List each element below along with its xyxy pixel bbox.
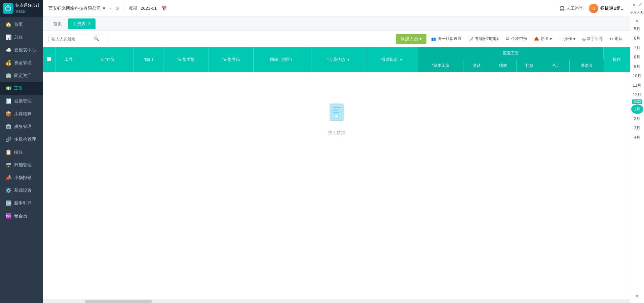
month-5[interactable]: 5月 — [631, 24, 643, 34]
ops-icon: ⋯ — [559, 37, 563, 41]
filter-icon-report[interactable]: ▼ — [400, 58, 403, 61]
month-4[interactable]: 4月 — [631, 133, 643, 142]
th-payroll-group: 应发工资 — [418, 47, 603, 59]
th-operations: 操作 — [604, 47, 630, 72]
month-8[interactable]: 8月 — [631, 52, 643, 62]
right-panel: ✕ ⤢ 2023.01 ▲ 5月 6月 7月 8月 9月 10月 11月 12月… — [630, 0, 644, 303]
month-12[interactable]: 12月 — [631, 90, 643, 99]
th-name: ⇅ *姓名 — [82, 47, 134, 72]
month-2[interactable]: 2月 — [631, 114, 643, 123]
avatar: U — [589, 4, 598, 13]
nav-multi-org[interactable]: 🔗 多机构管理 — [0, 133, 43, 146]
nav-home[interactable]: 🏠 首页 — [0, 18, 43, 31]
building-icon: 🏢 — [5, 73, 11, 79]
nav-invoice[interactable]: 🧾 发票管理 — [0, 95, 43, 107]
user-area[interactable]: U 畅捷通B组... — [589, 4, 624, 13]
tab-home-label: 首页 — [53, 21, 62, 27]
nav-archive[interactable]: 🗃️ 归档管理 — [0, 159, 43, 171]
nav-member-label: 畅会员 — [14, 213, 27, 219]
logo-text-area: 畅应通好会计 旗舰版 — [15, 3, 40, 14]
add-person-button[interactable]: 添加人员 ▾ — [396, 34, 426, 44]
refresh-label: 刷新 — [614, 36, 622, 42]
nav-tax[interactable]: 🏛️ 税务管理 — [0, 120, 43, 133]
scroll-down-icon[interactable]: ▼ — [634, 292, 641, 300]
cloud-icon: ☁️ — [5, 47, 11, 53]
th-base-salary: *基本工资 — [418, 59, 463, 72]
nav-inventory[interactable]: 📦 库存核算 — [0, 107, 43, 120]
export-button[interactable]: 📤 导出 ▾ — [532, 35, 554, 43]
salary-table: 工号 ⇅ *姓名 *部门 *证型类型 *证型号码 国籍（地区） *人员状态 — [43, 47, 630, 149]
calendar-icon[interactable]: 📅 — [161, 6, 167, 11]
nav-settings[interactable]: ⚙️ 基础设置 — [0, 184, 43, 197]
month-1[interactable]: 1月 — [631, 104, 643, 114]
month-3[interactable]: 3月 — [631, 123, 643, 133]
ops-label: 操作 — [564, 36, 572, 42]
search-icon: 🔍 — [94, 36, 99, 41]
company-name: 西安虾米网络科技有限公司 — [48, 5, 101, 11]
closing-icon: 📋 — [5, 149, 11, 155]
nav-closing-label: 结账 — [14, 149, 23, 155]
search-input[interactable] — [51, 37, 92, 41]
nav-cloud-report[interactable]: ☁️ 云报表中心 — [0, 44, 43, 56]
nav-expense[interactable]: 📣 小畅报销 — [0, 171, 43, 184]
sidebar: 畅应通好会计 旗舰版 🏠 首页 📊 总账 ☁️ 云报表中心 💰 资金管理 🏢 固… — [0, 0, 43, 303]
nav-ledger[interactable]: 📊 总账 — [0, 31, 43, 44]
divider — [124, 5, 124, 12]
th-job-number: 工号 — [55, 47, 82, 72]
guide-icon: 🆕 — [5, 200, 11, 206]
tab-close-icon[interactable]: ✕ — [88, 21, 91, 26]
deduction-label: 专项附加扣除 — [475, 36, 499, 42]
service-button[interactable]: 🎧 人工咨询 — [559, 5, 583, 11]
nav-closing[interactable]: 📋 结账 — [0, 146, 43, 159]
nav-finance-label: 资金管理 — [14, 60, 32, 66]
guide-button[interactable]: ◎ 新手引导 — [580, 35, 605, 43]
period-label: 账期 — [129, 5, 137, 11]
special-deduction-button[interactable]: 📝 专项附加扣除 — [466, 35, 501, 43]
period-value: 2023-01 — [141, 6, 157, 11]
export-label: 导出 — [540, 36, 548, 42]
checkbox-th[interactable] — [43, 47, 55, 72]
panel-expand-icon[interactable]: ⤢ — [639, 2, 643, 7]
nav-guide[interactable]: 🆕 新手引导 — [0, 197, 43, 210]
sort-icon: ⇅ — [101, 58, 104, 61]
scrollbar-thumb[interactable] — [85, 300, 152, 303]
app-title: 畅应通好会计 — [15, 3, 40, 8]
refresh-button[interactable]: ↻ 刷新 — [608, 35, 624, 43]
scroll-up-icon[interactable]: ▲ — [634, 16, 641, 24]
nav-finance[interactable]: 💰 资金管理 — [0, 56, 43, 69]
nav-archive-label: 归档管理 — [14, 162, 32, 168]
svg-rect-3 — [333, 110, 339, 111]
scrollbar-track[interactable] — [43, 299, 630, 303]
topbar-settings-icon[interactable]: ⚙ — [115, 5, 119, 11]
tab-salary[interactable]: 工资表 ✕ — [68, 18, 96, 29]
nav-inventory-label: 库存核算 — [14, 111, 32, 117]
social-insurance-button[interactable]: 👥 统一社保设置 — [429, 35, 464, 43]
select-all-checkbox[interactable] — [47, 57, 51, 61]
empty-state: ? 暂无数据 — [43, 72, 630, 149]
tab-salary-label: 工资表 — [73, 21, 86, 27]
month-11[interactable]: 11月 — [631, 81, 643, 90]
panel-close-icon[interactable]: ✕ — [632, 2, 636, 8]
th-allowance: 津贴 — [463, 59, 490, 72]
nav-salary[interactable]: 💵 工资 — [0, 82, 43, 95]
table-wrap[interactable]: 工号 ⇅ *姓名 *部门 *证型类型 *证型号码 国籍（地区） *人员状态 — [43, 47, 630, 299]
search-wrap[interactable]: 🔍 — [48, 35, 109, 43]
operations-button[interactable]: ⋯ 操作 ▾ — [557, 35, 577, 43]
company-selector[interactable]: 西安虾米网络科技有限公司 ▾ — [48, 5, 105, 11]
month-9[interactable]: 9月 — [631, 62, 643, 71]
nav-home-label: 首页 — [14, 21, 23, 28]
nav-member[interactable]: ♾️ 畅会员 — [0, 210, 43, 222]
ledger-icon: 📊 — [5, 34, 11, 40]
tax-icon: 🏛️ — [5, 124, 11, 130]
topbar-add-icon[interactable]: + — [109, 5, 112, 11]
month-10[interactable]: 10月 — [631, 71, 643, 81]
tax-declare-button[interactable]: 🏛 个税申报 — [504, 35, 529, 43]
nav-fixed-assets[interactable]: 🏢 固定资产 — [0, 69, 43, 82]
month-7[interactable]: 7月 — [631, 43, 643, 52]
member-icon: ♾️ — [5, 213, 11, 219]
th-nationality: 国籍（地区） — [254, 47, 311, 72]
filter-icon-status[interactable]: ▼ — [347, 58, 350, 61]
tab-home[interactable]: 首页 — [48, 18, 67, 29]
month-6[interactable]: 6月 — [631, 34, 643, 43]
social-label: 统一社保设置 — [438, 36, 462, 42]
